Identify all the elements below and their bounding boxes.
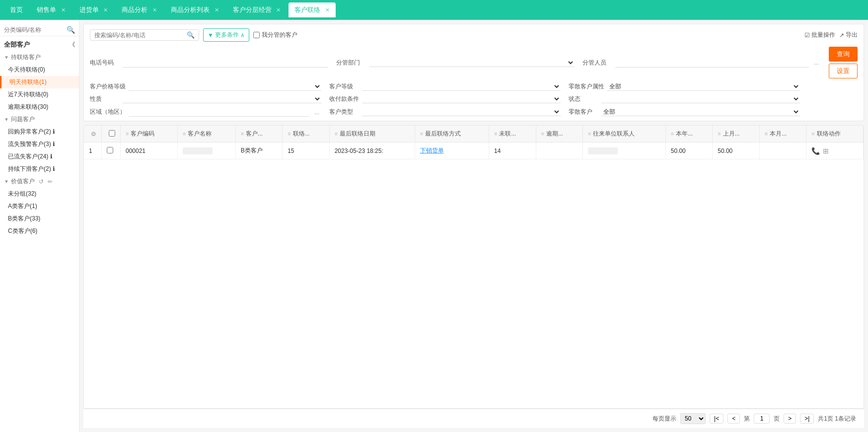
payment-select[interactable]: [362, 95, 561, 103]
main-layout: 🔍 全部客户 《 ▼ 待联络客户 今天待联络(0) 明天待联络(1) 近7天待联…: [0, 20, 868, 432]
all-customers-label: 全部客户: [4, 40, 30, 49]
query-button[interactable]: 查询: [829, 47, 858, 62]
price-level-label: 客户价格等级: [90, 82, 126, 91]
close-list-icon[interactable]: ✕: [215, 7, 219, 13]
next-page-button[interactable]: >: [784, 414, 796, 424]
arrow-down-icon: ▼: [4, 55, 9, 60]
search-submit-icon[interactable]: 🔍: [187, 31, 195, 39]
nav-sales[interactable]: 销售单 ✕: [31, 2, 72, 17]
last-page-button[interactable]: >|: [800, 414, 814, 424]
collapse-icon[interactable]: 《: [69, 41, 75, 49]
sidebar-item-ungrouped[interactable]: 未分组(32): [0, 188, 79, 200]
status-select[interactable]: [601, 95, 800, 103]
td-checkbox[interactable]: [102, 143, 121, 159]
customer-level-select[interactable]: [362, 82, 561, 90]
status-label: 状态: [569, 95, 598, 103]
sidebar-item-class-a[interactable]: A类客户(1): [0, 200, 79, 213]
contact-person-blurred: [588, 147, 618, 154]
sidebar-search-input[interactable]: [4, 26, 67, 33]
retail-customer-select[interactable]: 全部: [601, 108, 800, 116]
customer-name-blurred: [183, 147, 213, 154]
sidebar-item-repurchase-anomaly[interactable]: 回购异常客户(2) ℹ: [0, 126, 79, 138]
region-ellipsis[interactable]: ...: [312, 109, 321, 116]
th-last-contact-date: 最后联络日期: [329, 126, 415, 143]
retail-attr-select[interactable]: 全部: [607, 82, 800, 90]
filter-retail-attr: 零散客户属性 全部: [569, 82, 800, 91]
close-purchase-icon[interactable]: ✕: [103, 7, 108, 13]
td-index: 1: [84, 143, 102, 159]
refresh-icon[interactable]: ↺: [39, 178, 44, 185]
nav-product-analysis[interactable]: 商品分析 ✕: [116, 2, 163, 17]
th-action: 联络动作: [806, 126, 864, 143]
contact-method-link[interactable]: 下销货单: [420, 147, 444, 154]
grid-action-icon[interactable]: ⊞: [823, 147, 829, 155]
sidebar-item-declining[interactable]: 持续下滑客户(2) ℹ: [0, 163, 79, 175]
close-sales-icon[interactable]: ✕: [61, 7, 66, 13]
customer-type-select[interactable]: [362, 108, 561, 116]
checkbox-th[interactable]: [102, 126, 121, 143]
td-name: [177, 143, 235, 159]
sidebar-item-churn-warning[interactable]: 流失预警客户(3) ℹ: [0, 138, 79, 150]
row-checkbox[interactable]: [107, 147, 113, 153]
batch-ops-button[interactable]: ☑ 批量操作: [804, 31, 835, 39]
all-customers-title[interactable]: 全部客户 《: [0, 38, 79, 51]
region-input[interactable]: [129, 107, 309, 117]
sidebar-item-today[interactable]: 今天待联络(0): [0, 64, 79, 76]
first-page-button[interactable]: |<: [710, 414, 723, 424]
sidebar-item-tomorrow[interactable]: 明天待联络(1): [0, 76, 79, 88]
dept-label: 分管部门: [336, 59, 366, 67]
group-pending-label: 待联络客户: [11, 53, 41, 62]
close-tier-icon[interactable]: ✕: [276, 7, 281, 13]
group-pending-contact[interactable]: ▼ 待联络客户: [0, 51, 79, 64]
phone-input[interactable]: [123, 58, 328, 68]
export-icon: ↗: [839, 32, 844, 39]
sidebar-item-class-c[interactable]: C类客户(6): [0, 225, 79, 237]
nav-home[interactable]: 首页: [4, 2, 29, 17]
close-product-icon[interactable]: ✕: [152, 7, 157, 13]
group-problem-customers[interactable]: ▼ 问题客户: [0, 113, 79, 126]
nav-customer-tier[interactable]: 客户分层经营 ✕: [227, 2, 287, 17]
data-table: ⚙ 客户编码 客户名称 客户... 联络... 最后联络日期 最后联络方式 未联…: [84, 126, 864, 159]
prev-page-button[interactable]: <: [727, 414, 740, 424]
nav-product-list[interactable]: 商品分析列表 ✕: [165, 2, 225, 17]
group-value-customers[interactable]: ▼ 价值客户 ↺ ✏: [0, 175, 79, 188]
manager-input[interactable]: [615, 58, 809, 68]
more-filter-button[interactable]: ▼ 更多条件 ∧: [203, 28, 249, 42]
my-customers-checkbox-label[interactable]: 我分管的客户: [253, 31, 297, 39]
edit-icon[interactable]: ✏: [48, 178, 53, 185]
arrow-down-icon3: ▼: [4, 179, 9, 184]
sidebar-search-icon[interactable]: 🔍: [67, 26, 75, 34]
customer-type-label: 客户类型: [329, 108, 359, 116]
retail-attr-label: 零散客户属性: [569, 82, 604, 91]
manager-ellipsis[interactable]: ...: [812, 59, 821, 66]
page-input[interactable]: [754, 414, 770, 424]
sidebar-item-7days[interactable]: 近7天待联络(0): [0, 88, 79, 101]
th-last-month: 上月...: [713, 126, 760, 143]
retail-customer-wrap: 全部: [601, 108, 800, 116]
td-last-contact-method[interactable]: 下销货单: [415, 143, 489, 159]
select-all-checkbox[interactable]: [109, 130, 115, 137]
dept-select[interactable]: [369, 59, 575, 67]
nav-customer-contact[interactable]: 客户联络 ✕: [289, 2, 336, 17]
batch-ops-label: 批量操作: [811, 31, 835, 39]
search-input[interactable]: [94, 32, 187, 39]
phone-action-icon[interactable]: 📞: [811, 147, 820, 155]
checkbox-icon: ☑: [804, 32, 810, 39]
close-contact-icon[interactable]: ✕: [325, 7, 330, 13]
my-customers-checkbox[interactable]: [253, 32, 260, 38]
action-icons: 📞 ⊞: [811, 147, 858, 155]
export-button[interactable]: ↗ 导出: [839, 31, 858, 39]
sidebar-item-churned[interactable]: 已流失客户(24) ℹ: [0, 150, 79, 163]
nav-purchase[interactable]: 进货单 ✕: [73, 2, 114, 17]
page-size-select[interactable]: 50 100 200: [680, 413, 706, 424]
sidebar-item-class-b[interactable]: B类客户(33): [0, 213, 79, 225]
sidebar: 🔍 全部客户 《 ▼ 待联络客户 今天待联络(0) 明天待联络(1) 近7天待联…: [0, 20, 79, 432]
settings-button[interactable]: 设置: [829, 64, 858, 78]
customer-level-wrap: [362, 82, 561, 91]
td-contact-person: [583, 143, 666, 159]
settings-gear-th[interactable]: ⚙: [84, 126, 102, 143]
nature-select[interactable]: [123, 95, 321, 103]
price-level-select[interactable]: [129, 82, 321, 90]
sidebar-item-overdue[interactable]: 逾期未联络(30): [0, 101, 79, 113]
th-contact-person: 往来单位联系人: [583, 126, 666, 143]
